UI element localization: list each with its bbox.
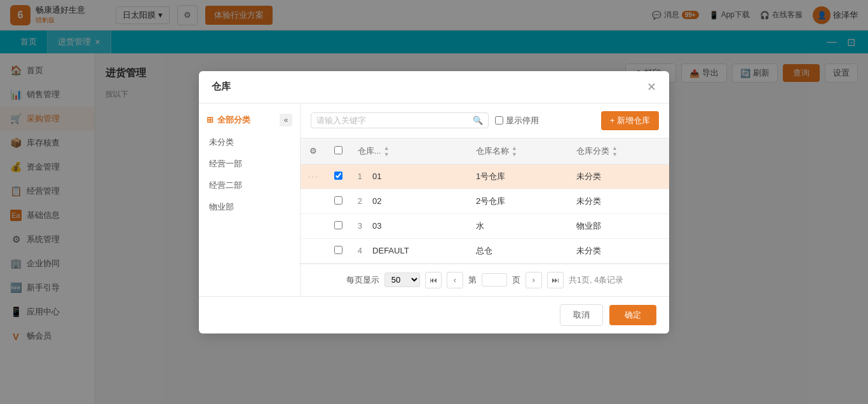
row-more-btn[interactable]: ··· [308, 172, 319, 181]
modal-toolbar: 🔍 显示停用 + 新增仓库 [301, 104, 669, 138]
row-checkbox-0[interactable] [334, 172, 342, 180]
page-first-btn[interactable]: ⏮ [425, 272, 442, 288]
modal-header: 仓库 ✕ [199, 71, 669, 104]
row-checkbox-3[interactable] [334, 246, 342, 254]
row-checkbox-1[interactable] [334, 196, 342, 205]
row-name-cell: 总仓 [468, 238, 569, 263]
row-category-cell: 物业部 [569, 213, 669, 238]
row-checkbox-2[interactable] [334, 221, 342, 229]
all-categories-label: 全部分类 [217, 114, 250, 126]
chevron-left-icon: « [284, 116, 288, 125]
row-num-code-cell: 303 [350, 213, 468, 238]
row-num-code-cell: 101 [350, 164, 468, 189]
row-settings-cell[interactable] [301, 213, 327, 238]
modal-right: 🔍 显示停用 + 新增仓库 ⚙ [301, 104, 669, 296]
category-item-unclassified[interactable]: 未分类 [199, 131, 300, 153]
category-header: ⊞ 全部分类 « [199, 109, 300, 131]
table-row: 4DEFAULT 总仓 未分类 [301, 238, 669, 263]
confirm-button[interactable]: 确定 [609, 305, 656, 325]
page-input[interactable]: 1 [482, 273, 507, 286]
category-item-dept2[interactable]: 经营二部 [199, 175, 300, 196]
search-input[interactable] [316, 116, 469, 125]
category-item-dept1[interactable]: 经营一部 [199, 153, 300, 175]
th-checkbox [327, 138, 350, 165]
row-num-code-cell: 202 [350, 189, 468, 213]
pagination-bar: 每页显示 50 100 ⏮ ‹ 第 1 页 › ⏭ 共1页, 4条记录 [301, 264, 669, 296]
category-sort-arrows[interactable]: ▲▼ [612, 145, 618, 158]
page-last-btn[interactable]: ⏭ [547, 272, 564, 288]
page-unit: 页 [512, 274, 520, 286]
page-next-btn[interactable]: › [526, 272, 542, 288]
row-category-cell: 未分类 [569, 189, 669, 213]
row-settings-cell[interactable]: ··· [301, 164, 327, 189]
row-settings-cell[interactable] [301, 189, 327, 213]
column-settings-icon[interactable]: ⚙ [309, 146, 317, 156]
per-page-select[interactable]: 50 100 [384, 273, 420, 287]
table-row: 202 2号仓库 未分类 [301, 189, 669, 213]
warehouse-table: ⚙ 仓库... ▲▼ [301, 138, 669, 264]
warehouse-modal: 仓库 ✕ ⊞ 全部分类 « 未分类 经 [199, 71, 669, 333]
category-sidebar: ⊞ 全部分类 « 未分类 经营一部 经营二部 物业部 [199, 104, 301, 296]
category-collapse-btn[interactable]: « [280, 114, 292, 126]
row-name-cell: 1号仓库 [468, 164, 569, 189]
th-settings: ⚙ [301, 138, 327, 165]
row-num-code-cell: 4DEFAULT [350, 238, 468, 263]
row-name-cell: 2号仓库 [468, 189, 569, 213]
page-label: 第 [468, 274, 477, 286]
search-box[interactable]: 🔍 [311, 112, 489, 128]
row-category-cell: 未分类 [569, 238, 669, 263]
modal-overlay: 仓库 ✕ ⊞ 全部分类 « 未分类 经 [0, 0, 868, 404]
modal-title: 仓库 [212, 81, 231, 93]
row-category-cell: 未分类 [569, 164, 669, 189]
page-prev-btn[interactable]: ‹ [447, 272, 463, 288]
show-disabled-checkbox[interactable] [495, 116, 503, 125]
modal-body: ⊞ 全部分类 « 未分类 经营一部 经营二部 物业部 [199, 104, 669, 296]
page-total: 共1页, 4条记录 [569, 274, 624, 286]
per-page-label: 每页显示 [346, 274, 379, 286]
table-row: ··· 101 1号仓库 未分类 [301, 164, 669, 189]
row-checkbox-cell[interactable] [327, 238, 350, 263]
table-header-row: ⚙ 仓库... ▲▼ [301, 138, 669, 165]
warehouse-table-wrap: ⚙ 仓库... ▲▼ [301, 138, 669, 264]
row-checkbox-cell[interactable] [327, 164, 350, 189]
row-name-cell: 水 [468, 213, 569, 238]
row-checkbox-cell[interactable] [327, 213, 350, 238]
cancel-button[interactable]: 取消 [560, 304, 603, 326]
th-name: 仓库名称 ▲▼ [468, 138, 569, 165]
modal-close-button[interactable]: ✕ [647, 80, 656, 94]
category-item-property[interactable]: 物业部 [199, 196, 300, 218]
row-checkbox-cell[interactable] [327, 189, 350, 213]
code-sort-arrows[interactable]: ▲▼ [384, 145, 390, 158]
grid-icon: ⊞ [207, 115, 214, 125]
all-categories-btn[interactable]: ⊞ 全部分类 [207, 114, 250, 126]
th-code: 仓库... ▲▼ [350, 138, 468, 165]
row-settings-cell[interactable] [301, 238, 327, 263]
modal-footer: 取消 确定 [199, 296, 669, 333]
select-all-checkbox[interactable] [334, 146, 342, 154]
table-row: 303 水 物业部 [301, 213, 669, 238]
search-icon[interactable]: 🔍 [473, 116, 483, 125]
th-category: 仓库分类 ▲▼ [569, 138, 669, 165]
add-warehouse-button[interactable]: + 新增仓库 [601, 111, 659, 130]
name-sort-arrows[interactable]: ▲▼ [512, 145, 517, 158]
show-disabled-label[interactable]: 显示停用 [495, 115, 539, 126]
